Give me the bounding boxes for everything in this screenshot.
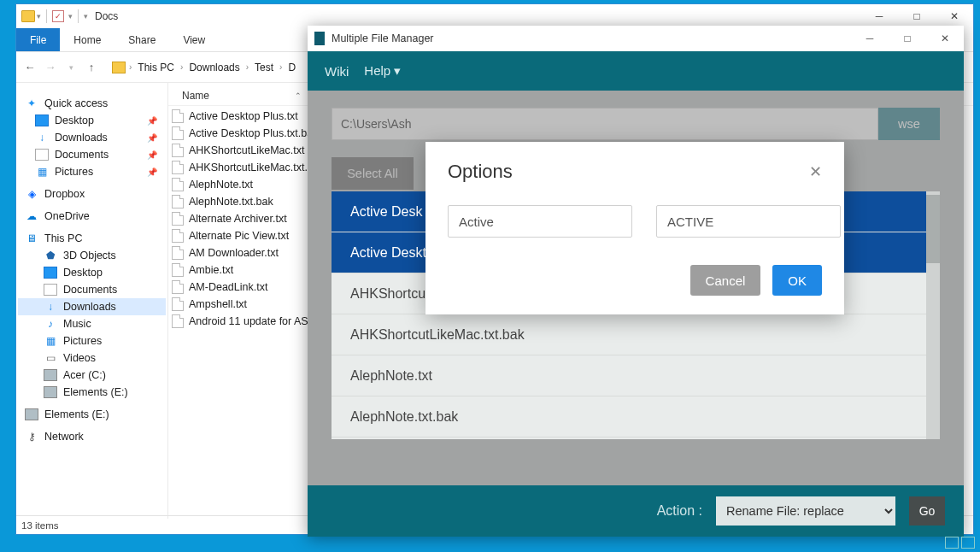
file-icon (172, 109, 184, 123)
sidebar-drive-e[interactable]: Elements (E:) (18, 384, 166, 401)
qat-dropdown-icon[interactable]: ▾ (37, 12, 41, 21)
breadcrumb[interactable]: › This PC › Downloads › Test › D (112, 62, 298, 73)
mfm-menubar: Wiki Help ▾ (308, 51, 964, 91)
file-icon (172, 126, 184, 140)
mfm-list-row[interactable]: AlephNote.txt (332, 355, 940, 396)
menu-wiki[interactable]: Wiki (325, 64, 349, 79)
file-icon (172, 195, 184, 208)
go-label: Go (919, 504, 936, 518)
sidebar-item-label: Elements (E:) (44, 408, 109, 420)
sidebar-downloads2[interactable]: ↓Downloads (18, 298, 166, 315)
sidebar-pictures2[interactable]: ▦Pictures (18, 332, 166, 349)
tab-home[interactable]: Home (60, 28, 114, 51)
file-name: AM-DeadLink.txt (189, 281, 267, 293)
crumb-segment[interactable]: Downloads (186, 62, 242, 73)
crumb-segment[interactable]: D (285, 62, 298, 73)
sidebar-item-label: Videos (63, 352, 96, 364)
sidebar-desktop[interactable]: Desktop📌 (18, 112, 166, 129)
ok-button[interactable]: OK (772, 265, 822, 296)
file-icon (172, 144, 184, 157)
sidebar-item-label: Downloads (63, 301, 116, 313)
sidebar-quick-access[interactable]: ✦Quick access (18, 95, 166, 112)
up-button[interactable]: ↑ (83, 59, 100, 76)
overflow-icon[interactable]: ▾ (84, 12, 88, 21)
action-select[interactable]: Rename File: replace (716, 496, 895, 526)
close-button[interactable]: ✕ (936, 4, 973, 28)
maximize-button[interactable]: □ (898, 4, 936, 28)
modal-close-button[interactable]: ✕ (809, 162, 822, 181)
file-name: Active Desktop Plus.txt (189, 110, 298, 122)
crumb-segment[interactable]: Test (252, 62, 276, 73)
file-icon (172, 178, 184, 191)
file-name: Active Desktop Plus.txt.bak (189, 127, 318, 139)
file-icon (172, 280, 184, 294)
mfm-titlebar: Multiple File Manager ─ □ ✕ (308, 26, 964, 51)
sidebar-item-label: 3D Objects (63, 250, 116, 261)
forward-button[interactable]: → (42, 59, 59, 76)
scrollbar-thumb[interactable] (926, 195, 940, 263)
sidebar-item-label: Pictures (63, 335, 102, 347)
mfm-close-button[interactable]: ✕ (926, 26, 964, 51)
sidebar-drive-c[interactable]: Acer (C:) (18, 367, 166, 384)
tab-share[interactable]: Share (114, 28, 169, 51)
mfm-logo-icon (314, 32, 325, 45)
status-item-count: 13 items (21, 520, 58, 531)
sidebar-item-label: Acer (C:) (63, 369, 106, 381)
file-icon (172, 297, 184, 311)
sidebar-item-label: Desktop (63, 267, 103, 279)
mfm-maximize-button[interactable]: □ (889, 26, 926, 51)
sort-caret-icon: ⌃ (295, 91, 302, 100)
crumb-segment[interactable]: This PC (135, 62, 177, 73)
file-name: Alternate Archiver.txt (189, 213, 287, 225)
back-button[interactable]: ← (21, 59, 38, 76)
find-input[interactable] (448, 205, 632, 238)
nav-pane: ✦Quick access Desktop📌 ↓Downloads📌 Docum… (16, 83, 168, 519)
cancel-button[interactable]: Cancel (690, 265, 761, 296)
column-header-label: Name (182, 90, 209, 102)
sidebar-item-label: Elements (E:) (63, 386, 128, 398)
tab-file[interactable]: File (16, 28, 60, 51)
menu-help[interactable]: Help ▾ (364, 63, 401, 79)
explorer-title: Docs (95, 10, 118, 22)
action-label: Action : (657, 503, 702, 519)
sidebar-pictures[interactable]: ▦Pictures📌 (18, 163, 166, 180)
scrollbar[interactable] (926, 191, 940, 439)
tray-icon[interactable] (945, 537, 959, 549)
file-icon (172, 263, 184, 277)
sidebar-drive-e2[interactable]: Elements (E:) (18, 406, 166, 423)
sidebar-3d-objects[interactable]: ⬟3D Objects (18, 247, 166, 264)
system-tray (945, 535, 975, 550)
sidebar-dropbox[interactable]: ◈Dropbox (18, 185, 166, 203)
file-name: Ampshell.txt (189, 298, 247, 310)
sidebar-documents2[interactable]: Documents (18, 281, 166, 298)
options-modal: Options ✕ Cancel OK (425, 142, 844, 314)
sidebar-onedrive[interactable]: ☁OneDrive (18, 208, 166, 225)
mfm-list-row[interactable]: AlephNote.txt.bak (332, 396, 940, 437)
mfm-list-row[interactable]: AHKShortcutLikeMac.txt.bak (332, 314, 940, 355)
go-button[interactable]: Go (909, 496, 945, 526)
qat-dropdown2-icon[interactable]: ▾ (68, 12, 73, 21)
sidebar-item-label: Downloads (55, 132, 108, 144)
sidebar-item-label: Desktop (55, 115, 94, 126)
mfm-minimize-button[interactable]: ─ (851, 26, 889, 51)
sidebar-downloads[interactable]: ↓Downloads📌 (18, 129, 166, 146)
checkbox-icon[interactable]: ✓ (52, 10, 64, 22)
file-icon (172, 212, 184, 226)
tray-icon[interactable] (961, 537, 975, 549)
history-dropdown[interactable]: ▾ (62, 59, 79, 76)
file-icon (172, 246, 184, 260)
pin-icon: 📌 (147, 116, 157, 126)
sidebar-this-pc[interactable]: 🖥This PC (18, 230, 166, 247)
sidebar-desktop2[interactable]: Desktop (18, 264, 166, 281)
file-name: Ambie.txt (189, 264, 233, 276)
minimize-button[interactable]: ─ (860, 4, 898, 28)
sidebar-network[interactable]: ⚷Network (18, 428, 166, 445)
replace-input[interactable] (656, 205, 841, 238)
sidebar-documents[interactable]: Documents📌 (18, 146, 166, 163)
sidebar-item-label: Documents (63, 284, 117, 296)
sidebar-music[interactable]: ♪Music (18, 315, 166, 332)
pin-icon: 📌 (147, 133, 157, 143)
sidebar-videos[interactable]: ▭Videos (18, 349, 166, 367)
sidebar-item-label: Music (63, 318, 91, 330)
tab-view[interactable]: View (169, 28, 219, 51)
